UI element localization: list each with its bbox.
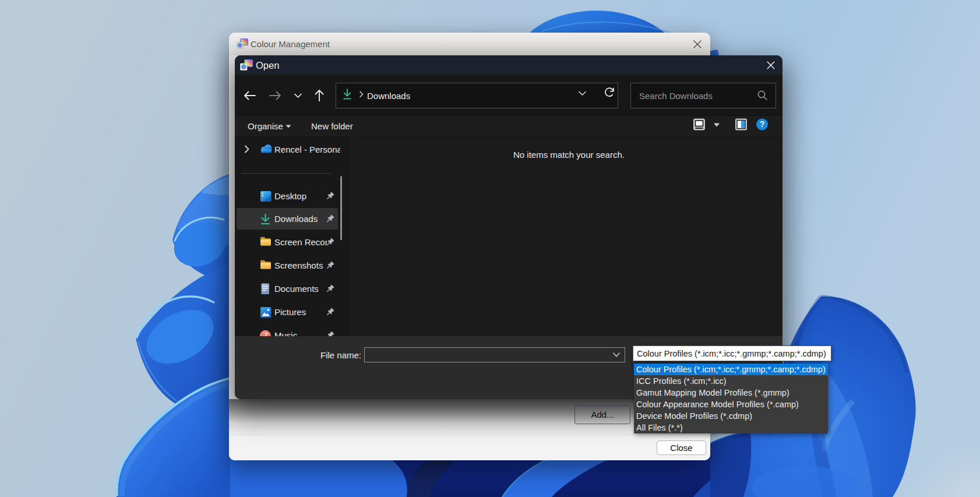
svg-text:?: ? [760, 119, 765, 129]
